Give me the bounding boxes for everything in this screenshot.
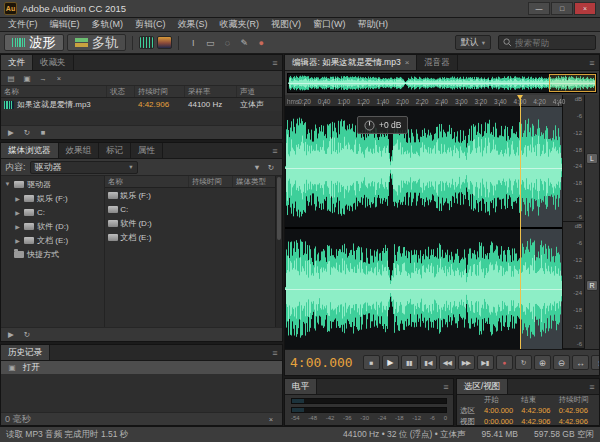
tree-item-drive[interactable]: ▶ C: — [1, 205, 104, 219]
panel-tab[interactable]: 媒体浏览器 — [1, 143, 59, 158]
menu-item[interactable]: 收藏夹(R) — [214, 18, 266, 31]
zoom-out-button[interactable]: ⊖ — [553, 355, 570, 370]
import-file-icon[interactable]: ▤ — [4, 72, 18, 84]
column-header[interactable]: 状态 — [107, 86, 135, 97]
lasso-selection-tool[interactable]: ◌ — [219, 35, 235, 51]
waveform-view-button[interactable]: 波形 — [4, 34, 64, 51]
start-value[interactable]: 0:00.000 — [484, 417, 521, 426]
gain-knob-icon[interactable] — [364, 120, 375, 131]
panel-menu-icon[interactable]: ≡ — [268, 143, 282, 158]
column-header[interactable]: 采样率 — [185, 86, 237, 97]
delete-history-icon[interactable]: × — [264, 413, 278, 425]
tree-expanded-icon[interactable]: ▼ — [4, 181, 11, 187]
panel-menu-icon[interactable]: ≡ — [268, 345, 282, 360]
loop-button[interactable]: ↻ — [515, 355, 532, 370]
level-meter-right[interactable] — [291, 407, 447, 413]
multitrack-view-button[interactable]: 多轨 — [67, 34, 127, 51]
editor-tab[interactable]: 编辑器: 如果这就是爱情.mp3 × — [285, 55, 417, 70]
tree-item-drive[interactable]: ▶ 文档 (E:) — [1, 233, 104, 247]
gain-value[interactable]: +0 dB — [379, 120, 401, 130]
skip-to-start-button[interactable]: ▮◀ — [420, 355, 437, 370]
time-display[interactable]: 4:00.000 — [290, 355, 353, 370]
record-button[interactable]: ● — [496, 355, 513, 370]
time-selection-tool[interactable]: I — [185, 35, 201, 51]
left-channel-button[interactable]: L — [586, 153, 598, 164]
menu-item[interactable]: 编辑(E) — [44, 18, 86, 31]
play-button[interactable]: ▶ — [382, 355, 399, 370]
media-list-item[interactable]: 娱乐 (F:) — [105, 188, 275, 202]
pause-button[interactable]: ▮▮ — [401, 355, 418, 370]
mixer-tab[interactable]: 混音器 — [417, 55, 458, 70]
column-header[interactable]: 名称 — [1, 86, 107, 97]
end-value[interactable]: 4:42.906 — [521, 417, 558, 426]
duration-value[interactable]: 0:42.906 — [559, 406, 596, 415]
file-row[interactable]: 如果这就是爱情.mp3 4:42.906 44100 Hz 立体声 — [1, 98, 282, 111]
media-list-item[interactable]: 软件 (D:) — [105, 216, 275, 230]
panel-tab[interactable]: 历史记录 — [1, 345, 50, 360]
tree-item-drive[interactable]: ▶ 软件 (D:) — [1, 219, 104, 233]
panel-menu-icon[interactable]: ≡ — [585, 55, 599, 70]
maximize-button[interactable]: □ — [551, 2, 573, 15]
menu-item[interactable]: 多轨(M) — [86, 18, 130, 31]
media-list-scrollbar[interactable] — [275, 176, 282, 327]
marquee-selection-tool[interactable]: ▭ — [202, 35, 218, 51]
insert-into-multitrack-icon[interactable]: → — [36, 72, 50, 84]
auto-play-toggle-icon[interactable]: ▶ — [4, 127, 18, 139]
zoom-vertical-button[interactable]: ↕ — [591, 355, 600, 370]
duration-value[interactable]: 4:42.906 — [559, 417, 596, 426]
menu-item[interactable]: 帮助(H) — [352, 18, 395, 31]
content-source-dropdown[interactable]: 驱动器 ▾ — [30, 161, 138, 174]
history-entry[interactable]: ▣ 打开 — [1, 361, 282, 374]
end-value[interactable]: 4:42.906 — [521, 406, 558, 415]
tree-collapsed-icon[interactable]: ▶ — [14, 223, 21, 230]
media-list-item[interactable]: C: — [105, 202, 275, 216]
amplitude-ruler[interactable]: dB-6-12-18-24-18-12-6 dB-6-12-18-24-18-1… — [562, 95, 584, 349]
refresh-icon[interactable]: ↻ — [264, 161, 278, 173]
tree-collapsed-icon[interactable]: ▶ — [14, 209, 21, 216]
rewind-button[interactable]: ◀◀ — [439, 355, 456, 370]
search-input[interactable] — [515, 38, 591, 48]
filter-icon[interactable]: ▼ — [250, 161, 264, 173]
tree-item-drive[interactable]: ▶ 娱乐 (F:) — [1, 191, 104, 205]
column-header[interactable]: 持续时间 — [135, 86, 185, 97]
workspace-dropdown[interactable]: 默认 ▾ — [455, 35, 491, 50]
menu-item[interactable]: 文件(F) — [2, 18, 44, 31]
panel-tab[interactable]: 效果组 — [59, 143, 100, 158]
loop-icon[interactable]: ↻ — [20, 329, 34, 341]
panel-tab[interactable]: 选区/视图 — [457, 379, 508, 394]
tree-collapsed-icon[interactable]: ▶ — [14, 237, 21, 244]
menu-item[interactable]: 剪辑(C) — [129, 18, 172, 31]
stop-button[interactable]: ■ — [363, 355, 380, 370]
panel-tab[interactable]: 属性 — [131, 143, 163, 158]
start-value[interactable]: 4:00.000 — [484, 406, 521, 415]
loop-playback-icon[interactable]: ↻ — [20, 127, 34, 139]
level-meter-left[interactable] — [291, 398, 447, 404]
show-waveform-display-icon[interactable] — [139, 36, 154, 49]
tree-item-drives[interactable]: ▼ 驱动器 — [1, 177, 104, 191]
tree-item-shortcuts[interactable]: 快捷方式 — [1, 247, 104, 261]
level-meters[interactable]: -54-48-42-36-30-24-18-12-60 — [285, 395, 453, 425]
zoom-in-button[interactable]: ⊕ — [534, 355, 551, 370]
panel-tab[interactable]: 收藏夹 — [33, 55, 74, 70]
panel-menu-icon[interactable]: ≡ — [439, 379, 453, 394]
menu-item[interactable]: 视图(V) — [265, 18, 307, 31]
menu-item[interactable]: 窗口(W) — [307, 18, 352, 31]
column-header[interactable]: 持续时间 — [189, 176, 233, 187]
help-search-box[interactable] — [498, 35, 596, 50]
spot-healing-brush-tool[interactable]: ● — [253, 35, 269, 51]
show-spectral-display-icon[interactable] — [157, 36, 172, 49]
column-header[interactable]: 名称 — [105, 176, 189, 187]
play-icon[interactable]: ▶ — [4, 329, 18, 341]
media-list-item[interactable]: 文档 (E:) — [105, 230, 275, 244]
panel-tab[interactable]: 文件 — [1, 55, 33, 70]
stop-playback-icon[interactable]: ■ — [36, 127, 50, 139]
panel-menu-icon[interactable]: ≡ — [585, 379, 599, 394]
panel-tab[interactable]: 标记 — [99, 143, 131, 158]
skip-to-end-button[interactable]: ▶▮ — [477, 355, 494, 370]
delete-file-icon[interactable]: × — [52, 72, 66, 84]
overview-selection-box[interactable] — [549, 74, 596, 92]
zoom-horizontal-button[interactable]: ↔ — [572, 355, 589, 370]
open-file-icon[interactable]: ▣ — [20, 72, 34, 84]
fast-forward-button[interactable]: ▶▶ — [458, 355, 475, 370]
scrollbar-thumb[interactable] — [277, 177, 281, 240]
